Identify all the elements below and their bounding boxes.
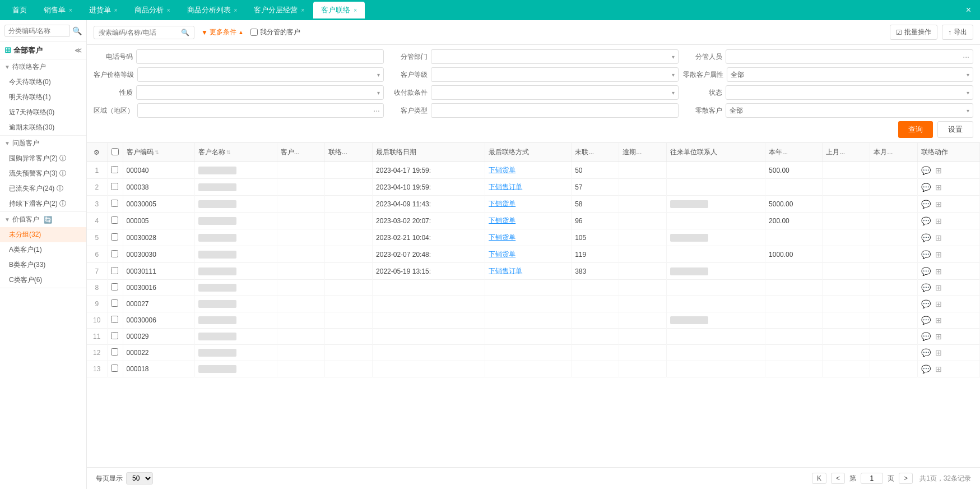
contact-method-link[interactable]: 下销货单 [489, 216, 515, 224]
row-checkbox[interactable] [111, 316, 118, 323]
sidebar-item[interactable]: 已流失客户(24) ⓘ [0, 181, 86, 196]
export-button[interactable]: ↑ 导出 [942, 25, 973, 40]
row-checkbox[interactable] [111, 166, 118, 173]
filter-customer-type-select[interactable] [431, 103, 679, 118]
row-checkbox[interactable] [111, 365, 118, 372]
sidebar-item[interactable]: 今天待联络(0) [0, 75, 86, 90]
row-checkbox-cell[interactable] [107, 246, 123, 263]
filter-search-icon[interactable]: 🔍 [181, 29, 189, 36]
tab-close-icon[interactable]: × [234, 7, 238, 13]
filter-customer-level-select[interactable]: ▾ [431, 67, 679, 82]
chat-icon[interactable]: 💬 [921, 216, 931, 225]
close-all-button[interactable]: × [962, 3, 976, 17]
contact-method-link[interactable]: 下销售订单 [489, 267, 522, 275]
collapse-icon[interactable]: ≪ [75, 47, 82, 54]
prev-page-button[interactable]: < [831, 473, 845, 484]
chat-icon[interactable]: 💬 [921, 348, 931, 357]
filter-price-level-select[interactable]: ▾ [137, 67, 384, 82]
phone-input[interactable] [140, 53, 380, 61]
grid-icon[interactable]: ⊞ [935, 316, 942, 325]
batch-operation-button[interactable]: ☑ 批量操作 [890, 25, 937, 40]
row-checkbox[interactable] [111, 183, 118, 190]
grid-icon[interactable]: ⊞ [935, 348, 942, 357]
grid-icon[interactable]: ⊞ [935, 250, 942, 259]
nav-tab-首页[interactable]: 首页 [4, 2, 35, 19]
filter-person-input[interactable]: ··· [726, 49, 973, 64]
my-customers-checkbox[interactable] [250, 29, 258, 36]
nav-tab-进货单[interactable]: 进货单× [81, 2, 126, 19]
table-cell[interactable]: 下销货单 [485, 246, 572, 263]
sidebar-item[interactable]: 近7天待联络(0) [0, 105, 86, 120]
filter-search-input[interactable] [99, 29, 179, 36]
sidebar-item[interactable]: C类客户(6) [0, 273, 86, 288]
filter-scatter-select[interactable]: 全部 ▾ [726, 103, 973, 118]
grid-icon[interactable]: ⊞ [935, 299, 942, 308]
chat-icon[interactable]: 💬 [921, 299, 931, 308]
row-checkbox[interactable] [111, 332, 118, 339]
row-checkbox-cell[interactable] [107, 280, 123, 296]
filter-more-button[interactable]: ▼ 更多条件 ▲ [201, 27, 244, 37]
filter-payment-select[interactable]: ▾ [431, 85, 679, 100]
filter-phone-input[interactable] [136, 49, 384, 64]
grid-icon[interactable]: ⊞ [935, 166, 942, 175]
grid-icon[interactable]: ⊞ [935, 267, 942, 276]
row-checkbox-cell[interactable] [107, 179, 123, 196]
grid-icon[interactable]: ⊞ [935, 283, 942, 292]
row-checkbox[interactable] [111, 250, 118, 257]
sidebar-item[interactable]: 明天待联络(1) [0, 90, 86, 105]
gear-column-header[interactable]: ⚙ [87, 143, 107, 162]
chat-icon[interactable]: 💬 [921, 365, 931, 373]
tab-close-icon[interactable]: × [167, 7, 170, 13]
row-checkbox-cell[interactable] [107, 361, 123, 377]
contact-method-link[interactable]: 下销售订单 [489, 183, 522, 191]
contact-method-link[interactable]: 下销货单 [489, 200, 515, 207]
row-checkbox[interactable] [111, 200, 118, 207]
chat-icon[interactable]: 💬 [921, 283, 931, 292]
sidebar-search-icon[interactable]: 🔍 [72, 26, 82, 35]
row-checkbox-cell[interactable] [107, 213, 123, 229]
sidebar-group-header-2[interactable]: ▼价值客户🔄 [0, 212, 86, 227]
tab-close-icon[interactable]: × [301, 7, 304, 13]
next-page-button[interactable]: > [899, 473, 913, 484]
filter-status-select[interactable]: ▾ [726, 85, 973, 100]
nav-tab-销售单[interactable]: 销售单× [36, 2, 80, 19]
chat-icon[interactable]: 💬 [921, 250, 931, 259]
dots-icon-2[interactable]: ··· [373, 106, 380, 115]
select-all-checkbox[interactable] [112, 148, 119, 155]
contact-method-link[interactable]: 下销货单 [489, 233, 515, 241]
page-input[interactable] [861, 473, 883, 484]
filter-search-box[interactable]: 🔍 [94, 26, 194, 39]
filter-region-input[interactable]: ··· [137, 103, 384, 118]
filter-nature-select[interactable]: ▾ [136, 85, 384, 100]
row-checkbox[interactable] [111, 267, 118, 274]
tab-close-icon[interactable]: × [354, 7, 357, 13]
dots-icon[interactable]: ··· [963, 52, 969, 61]
grid-icon[interactable]: ⊞ [935, 183, 942, 192]
sidebar-item[interactable]: 流失预警客户(3) ⓘ [0, 166, 86, 181]
contact-method-link[interactable]: 下销货单 [489, 166, 515, 174]
row-checkbox-cell[interactable] [107, 296, 123, 312]
filter-scatter-attr-select[interactable]: 全部 ▾ [727, 67, 973, 82]
chat-icon[interactable]: 💬 [921, 316, 931, 325]
tab-close-icon[interactable]: × [114, 7, 118, 13]
query-button[interactable]: 查询 [898, 121, 933, 138]
row-checkbox[interactable] [111, 233, 118, 241]
filter-dept-select[interactable]: ▾ [431, 49, 679, 64]
table-cell[interactable]: 下销货单 [485, 213, 572, 229]
sidebar-item[interactable]: A类客户(1) [0, 242, 86, 257]
chat-icon[interactable]: 💬 [921, 332, 931, 341]
tab-close-icon[interactable]: × [69, 7, 72, 13]
chat-icon[interactable]: 💬 [921, 267, 931, 276]
all-customers-header[interactable]: ⊞ 全部客户 ≪ [0, 42, 86, 59]
chat-icon[interactable]: 💬 [921, 233, 931, 242]
row-checkbox[interactable] [111, 216, 118, 224]
row-checkbox[interactable] [111, 283, 118, 290]
sidebar-search-input[interactable] [4, 25, 70, 37]
nav-tab-商品分析[interactable]: 商品分析× [127, 2, 178, 19]
row-checkbox-cell[interactable] [107, 196, 123, 213]
contact-method-link[interactable]: 下销货单 [489, 250, 515, 258]
reset-button[interactable]: 设置 [937, 121, 973, 138]
chat-icon[interactable]: 💬 [921, 183, 931, 192]
row-checkbox-cell[interactable] [107, 162, 123, 179]
grid-icon[interactable]: ⊞ [935, 365, 942, 373]
